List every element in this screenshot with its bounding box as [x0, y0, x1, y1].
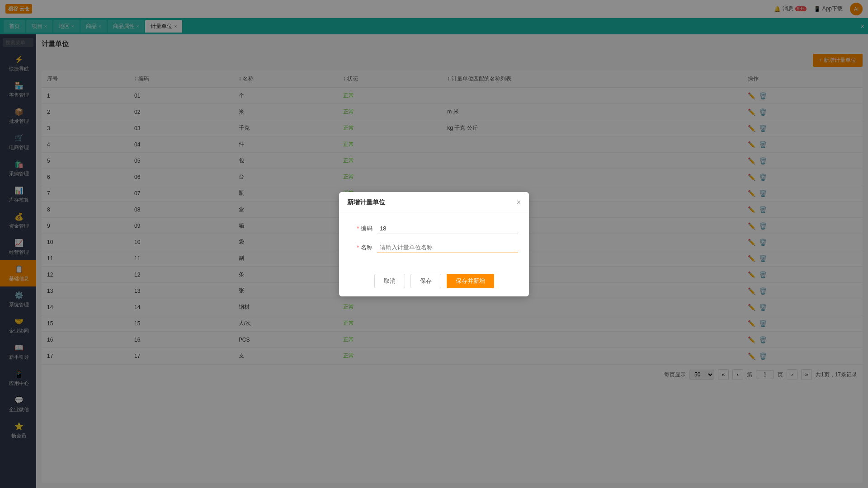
form-row-code: * 编码	[350, 223, 518, 234]
save-and-new-button[interactable]: 保存并新增	[447, 274, 494, 288]
modal-title: 新增计量单位	[347, 198, 385, 206]
code-label: * 编码	[350, 225, 377, 233]
name-input[interactable]	[377, 242, 518, 253]
form-row-name: * 名称	[350, 242, 518, 253]
cancel-button[interactable]: 取消	[374, 274, 405, 288]
name-required-mark: *	[357, 244, 361, 251]
name-label: * 名称	[350, 244, 377, 252]
save-button[interactable]: 保存	[410, 274, 441, 288]
modal-body: * 编码 * 名称	[339, 212, 529, 268]
modal-close-button[interactable]: ×	[517, 198, 521, 206]
add-unit-modal: 新增计量单位 × * 编码 * 名称 取消 保存 保存并新增	[339, 192, 529, 296]
code-required-mark: *	[357, 225, 361, 232]
modal-footer: 取消 保存 保存并新增	[339, 268, 529, 296]
code-input[interactable]	[377, 223, 518, 234]
modal-header: 新增计量单位 ×	[339, 192, 529, 212]
modal-overlay: 新增计量单位 × * 编码 * 名称 取消 保存 保存并新增	[0, 0, 868, 488]
